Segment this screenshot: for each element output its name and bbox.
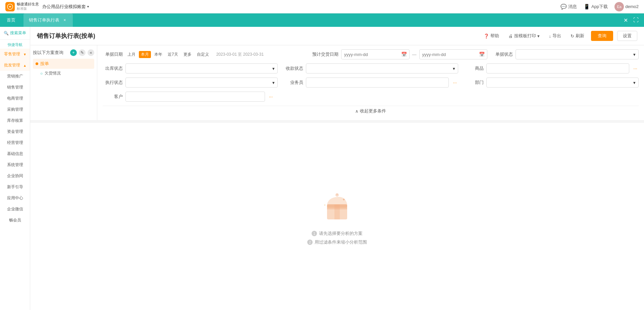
- doc-date-field: 单据日期 上月 本月 本年 近7天 更多 自定义 2023-03-01 至 20…: [103, 51, 307, 58]
- customer-label: 客户: [103, 94, 123, 100]
- avatar: Ea: [614, 2, 624, 11]
- sidebar-item-ecommerce[interactable]: 电商管理: [0, 93, 30, 104]
- salesman-field: 业务员 ···: [283, 78, 458, 88]
- chevron-down-icon: ▾: [272, 80, 275, 85]
- sidebar-item-finance[interactable]: 资金管理: [0, 126, 30, 137]
- sidebar-item-wechat[interactable]: 企业微信: [0, 204, 30, 215]
- dept-select[interactable]: ▾: [486, 78, 639, 88]
- print-btn[interactable]: 🖨 按模板打印 ▾: [506, 32, 542, 40]
- filter-row-3: 执行状态 ▾ 业务员 ··· 部门: [103, 78, 639, 88]
- sidebar-nav-label[interactable]: 快捷导航: [0, 40, 30, 49]
- date-tab-this-year[interactable]: 本年: [152, 51, 164, 58]
- industry-selector[interactable]: 办公用品行业模拟账套 ▾: [42, 4, 89, 10]
- print-icon: 🖨: [508, 34, 513, 39]
- goods-label: 商品: [464, 65, 484, 71]
- sidebar-marketing-label: 营销推广: [7, 73, 23, 79]
- exec-status-label: 执行状态: [103, 80, 123, 86]
- sidebar: 🔍 搜索菜单 快捷导航 零售管理 ▾ 批发管理 ▴ 营销推广 销售管理 电商管理…: [0, 27, 30, 310]
- predicted-date-end[interactable]: [419, 49, 488, 59]
- export-btn[interactable]: ↓ 导出: [546, 32, 564, 40]
- edit-plan-btn[interactable]: ✎: [79, 49, 86, 56]
- sidebar-item-basic[interactable]: 基础信息: [0, 148, 30, 159]
- sidebar-item-retail[interactable]: 零售管理 ▾: [0, 49, 30, 60]
- customer-input[interactable]: [125, 92, 265, 102]
- sidebar-ecommerce-label: 电商管理: [7, 96, 23, 101]
- doc-date-label: 单据日期: [103, 51, 123, 57]
- print-label: 按模板打印: [514, 33, 536, 39]
- ship-status-select[interactable]: ▾: [125, 63, 278, 73]
- exec-status-select[interactable]: ▾: [125, 78, 278, 88]
- tab-active-label: 销售订单执行表: [29, 17, 59, 23]
- sidebar-coop-label: 企业协同: [7, 173, 23, 179]
- sidebar-item-sales[interactable]: 销售管理: [0, 82, 30, 93]
- payment-status-label: 收款状态: [283, 65, 303, 71]
- salesman-label: 业务员: [283, 80, 303, 86]
- predicted-date-start-wrap: 📅: [341, 49, 410, 59]
- refresh-btn[interactable]: ↻ 刷新: [568, 32, 587, 40]
- collapse-panel-btn[interactable]: «: [88, 49, 94, 56]
- chevron-down-icon: ▾: [633, 52, 636, 57]
- page-header: 销售订单执行表(按单) ❓ 帮助 🖨 按模板打印 ▾ ↓ 导出 ↻ 刷新: [30, 27, 644, 45]
- filter-left-header: 按以下方案查询 + ✎ «: [33, 49, 94, 56]
- svg-text:✦: ✦: [342, 197, 345, 202]
- goods-input[interactable]: [486, 63, 629, 73]
- predicted-date-start[interactable]: [341, 49, 410, 59]
- settings-button[interactable]: 设置: [617, 31, 637, 41]
- sidebar-item-purchase[interactable]: 采购管理: [0, 104, 30, 115]
- sidebar-sales-label: 销售管理: [7, 85, 23, 90]
- plan-sub-backorder[interactable]: ○ 欠货情况: [33, 69, 94, 78]
- sidebar-item-appstore[interactable]: 应用中心: [0, 193, 30, 204]
- tab-close-icon[interactable]: ×: [62, 17, 67, 23]
- edit-icon: ✎: [80, 50, 84, 55]
- date-tab-7days[interactable]: 近7天: [166, 51, 180, 58]
- ship-status-label: 出库状态: [103, 65, 123, 71]
- sidebar-item-system[interactable]: 系统管理: [0, 159, 30, 170]
- sidebar-wechat-label: 企业微信: [7, 206, 23, 212]
- sidebar-item-guide[interactable]: 新手引导: [0, 182, 30, 193]
- sidebar-retail-label: 零售管理: [4, 51, 20, 57]
- logo-text-block: 畅捷通好生意 标准版: [17, 2, 39, 11]
- payment-status-select[interactable]: ▾: [306, 63, 458, 73]
- plan-item-by-order[interactable]: 按单: [33, 59, 94, 69]
- query-button[interactable]: 查询: [591, 31, 613, 41]
- date-tab-custom[interactable]: 自定义: [195, 51, 211, 58]
- goods-more-icon[interactable]: ···: [632, 66, 639, 71]
- window-expand-btn[interactable]: ⛶: [632, 16, 640, 24]
- date-tab-more[interactable]: 更多: [181, 51, 194, 58]
- logo-text: 畅捷通好生意: [17, 2, 39, 6]
- salesman-more-icon[interactable]: ···: [451, 80, 458, 85]
- sidebar-search[interactable]: 🔍 搜索菜单: [0, 27, 30, 40]
- message-btn[interactable]: 💬 消息: [560, 4, 577, 10]
- dept-label: 部门: [464, 80, 484, 86]
- sidebar-item-wholesale[interactable]: 批发管理 ▴: [0, 60, 30, 71]
- help-btn[interactable]: ❓ 帮助: [481, 32, 502, 40]
- date-tab-this-month[interactable]: 本月: [139, 51, 151, 58]
- svg-rect-4: [327, 208, 347, 209]
- customer-more-icon[interactable]: ···: [268, 94, 274, 99]
- sidebar-item-cooperation[interactable]: 企业协同: [0, 170, 30, 182]
- sidebar-item-marketing[interactable]: 营销推广: [0, 71, 30, 82]
- customer-field: 客户 ···: [103, 92, 274, 102]
- sidebar-item-inventory[interactable]: 库存核算: [0, 115, 30, 126]
- salesman-input[interactable]: [306, 78, 449, 88]
- window-close-btn[interactable]: ✕: [622, 16, 629, 25]
- tab-sales-order[interactable]: 销售订单执行表 ×: [23, 13, 73, 27]
- user-area[interactable]: Ea demo2: [614, 2, 639, 11]
- collapse-more-row[interactable]: ∧ 收起更多条件: [103, 106, 639, 116]
- logo-sub: 标准版: [17, 6, 39, 11]
- logo-area: 畅捷通好生意 标准版: [5, 2, 39, 11]
- tab-home[interactable]: 首页: [0, 13, 22, 27]
- search-icon: 🔍: [4, 31, 9, 36]
- top-bar-right: 💬 消息 📱 App下载 Ea demo2: [560, 2, 639, 11]
- sidebar-item-ops[interactable]: 经营管理: [0, 137, 30, 148]
- sub-item-label: 欠货情况: [45, 70, 61, 76]
- chevron-down-icon: ▾: [87, 5, 89, 8]
- export-icon: ↓: [549, 34, 551, 39]
- app-download-btn[interactable]: 📱 App下载: [584, 4, 608, 10]
- main-layout: 🔍 搜索菜单 快捷导航 零售管理 ▾ 批发管理 ▴ 营销推广 销售管理 电商管理…: [0, 27, 644, 310]
- sidebar-item-member[interactable]: 畅会员: [0, 215, 30, 226]
- date-tab-last-month[interactable]: 上月: [125, 51, 138, 58]
- date-tabs: 上月 本月 本年 近7天 更多 自定义: [125, 51, 211, 58]
- add-plan-btn[interactable]: +: [70, 49, 77, 56]
- doc-status-select[interactable]: ▾: [516, 49, 639, 59]
